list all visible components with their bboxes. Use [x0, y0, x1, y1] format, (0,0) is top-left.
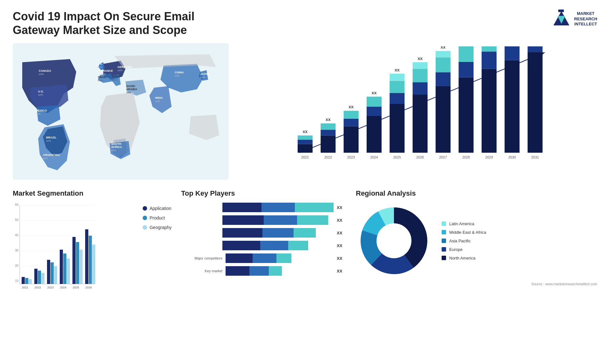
svg-rect-121	[72, 237, 76, 284]
svg-text:xx%: xx%	[111, 149, 116, 152]
svg-text:xx%: xx%	[97, 66, 102, 69]
north-america-dot	[442, 256, 446, 260]
product-label: Product	[150, 215, 165, 220]
table-row: Key market XX	[181, 266, 346, 276]
svg-text:2027: 2027	[439, 155, 447, 159]
svg-text:2022: 2022	[324, 155, 332, 159]
svg-text:U.S.: U.S.	[38, 90, 44, 93]
product-dot	[143, 216, 147, 220]
legend-item-geography: Geography	[143, 225, 172, 230]
svg-text:xx%: xx%	[36, 112, 40, 115]
svg-text:xx%: xx%	[98, 79, 103, 82]
player-label: Key market	[181, 269, 222, 273]
bar-seg1	[226, 253, 253, 263]
svg-text:xx%: xx%	[113, 78, 118, 81]
europe-label: Europe	[449, 247, 463, 252]
regional-legend: Latin America Middle East & Africa Asia …	[442, 221, 486, 260]
players-chart: XX XX	[181, 203, 346, 276]
svg-text:2028: 2028	[462, 155, 470, 159]
legend-item-product: Product	[143, 215, 172, 220]
svg-text:SOUTH: SOUTH	[111, 142, 121, 145]
svg-rect-73	[436, 57, 451, 72]
legend-europe: Europe	[442, 247, 486, 252]
page: Covid 19 Impact On Secure Email Gateway …	[0, 0, 610, 364]
svg-rect-90	[505, 46, 519, 60]
player-bar	[222, 215, 334, 225]
player-bar	[226, 266, 334, 276]
player-bar	[222, 241, 334, 250]
svg-text:2022: 2022	[35, 286, 41, 289]
svg-rect-67	[413, 69, 428, 83]
svg-text:50: 50	[15, 218, 19, 222]
legend-north-america: North America	[442, 256, 486, 260]
player-value: XX	[337, 243, 346, 248]
svg-rect-45	[321, 130, 336, 136]
bar-seg1	[226, 266, 249, 276]
svg-text:ITALY: ITALY	[113, 75, 121, 78]
svg-rect-50	[344, 119, 359, 126]
svg-rect-41	[298, 136, 313, 140]
svg-rect-111	[29, 279, 32, 284]
svg-rect-86	[482, 46, 497, 51]
bar-seg3	[288, 241, 308, 250]
svg-rect-119	[63, 253, 66, 284]
svg-rect-109	[22, 277, 25, 284]
player-value: XX	[337, 256, 346, 261]
svg-rect-59	[390, 104, 404, 153]
europe-dot	[442, 247, 446, 252]
svg-rect-93	[528, 52, 543, 153]
table-row: XX	[181, 203, 346, 212]
svg-rect-89	[505, 60, 519, 153]
logo-icon	[552, 10, 571, 29]
svg-rect-120	[67, 259, 70, 284]
svg-text:SPAIN: SPAIN	[98, 76, 106, 79]
svg-text:xx%: xx%	[101, 73, 106, 76]
svg-rect-114	[41, 273, 44, 284]
svg-rect-118	[60, 250, 63, 284]
logo: MARKET RESEARCH INTELLECT	[552, 10, 597, 29]
middle-east-africa-dot	[442, 230, 446, 234]
regional-inner: Latin America Middle East & Africa Asia …	[356, 203, 597, 279]
bar-seg3	[297, 215, 328, 225]
svg-rect-124	[85, 229, 88, 284]
svg-rect-74	[436, 51, 451, 57]
svg-rect-56	[367, 97, 382, 107]
svg-rect-46	[321, 124, 336, 130]
bar-seg2	[261, 203, 295, 212]
segmentation: Market Segmentation 60 50 40 30 20 10	[13, 189, 172, 310]
player-value: XX	[337, 205, 346, 210]
legend-latin-america: Latin America	[442, 221, 486, 226]
svg-rect-112	[34, 269, 37, 284]
svg-text:2029: 2029	[485, 155, 493, 159]
regional: Regional Analysis	[356, 189, 597, 310]
svg-text:XX: XX	[326, 118, 331, 122]
svg-rect-40	[298, 140, 313, 144]
map-container: CANADA xx% U.S. xx% MEXICO xx% BRAZIL xx…	[13, 43, 229, 180]
svg-text:BRAZIL: BRAZIL	[46, 136, 57, 139]
svg-rect-85	[482, 52, 497, 69]
svg-text:XX: XX	[441, 46, 446, 49]
player-value: XX	[337, 218, 346, 223]
top-section: CANADA xx% U.S. xx% MEXICO xx% BRAZIL xx…	[13, 43, 597, 180]
player-label: Major competitors	[181, 256, 222, 260]
regional-title: Regional Analysis	[356, 189, 597, 198]
svg-rect-62	[390, 74, 404, 81]
seg-legend: Application Product Geography	[143, 203, 172, 230]
bar-seg2	[253, 253, 276, 263]
svg-rect-51	[344, 111, 359, 119]
svg-text:MEXICO: MEXICO	[36, 109, 47, 112]
svg-text:60: 60	[15, 203, 19, 206]
svg-rect-79	[458, 46, 473, 62]
svg-text:GERMANY: GERMANY	[118, 65, 132, 69]
svg-text:2025: 2025	[393, 155, 401, 159]
legend-item-application: Application	[143, 206, 172, 211]
svg-text:FRANCE: FRANCE	[101, 69, 113, 72]
latin-america-label: Latin America	[449, 221, 474, 226]
svg-text:10: 10	[15, 279, 19, 283]
svg-text:xx%: xx%	[46, 139, 51, 142]
svg-rect-71	[436, 86, 451, 153]
svg-text:2025: 2025	[73, 286, 79, 289]
svg-text:xx%: xx%	[200, 76, 205, 79]
player-bar	[222, 228, 334, 238]
geography-dot	[143, 225, 147, 230]
